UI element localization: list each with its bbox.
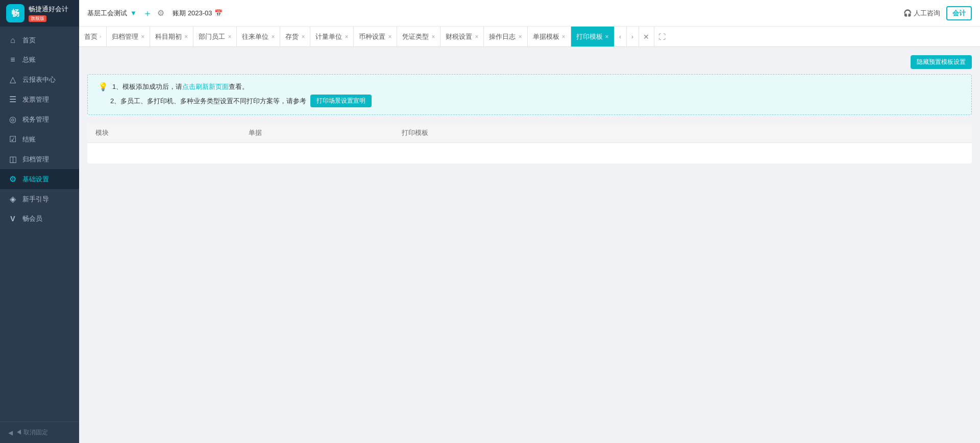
service-button[interactable]: 🎧 人工咨询 bbox=[903, 9, 940, 18]
tab-counterpart[interactable]: 往来单位 × bbox=[237, 27, 280, 47]
tab-archive-close[interactable]: × bbox=[141, 33, 144, 40]
sidebar-unpin[interactable]: ◀ ◀ 取消固定 bbox=[0, 422, 79, 443]
tab-unit-label: 计量单位 bbox=[315, 32, 342, 41]
tab-unit-close[interactable]: × bbox=[345, 33, 348, 40]
sidebar-item-guide[interactable]: ◈ 新手引导 bbox=[0, 189, 79, 209]
tab-doc-template-close[interactable]: × bbox=[562, 33, 566, 40]
logo-title: 畅捷通好会计 bbox=[29, 5, 68, 14]
data-table: 模块 单据 打印模板 bbox=[87, 123, 972, 164]
headset-icon: 🎧 bbox=[903, 9, 912, 17]
table-body bbox=[87, 143, 972, 164]
tabbar: 首页 › 归档管理 × 科目期初 × 部门员工 × 往来单位 × 存货 × 计量… bbox=[79, 27, 980, 47]
sidebar-item-tax[interactable]: ◎ 税务管理 bbox=[0, 109, 79, 129]
tab-inventory[interactable]: 存货 × bbox=[280, 27, 310, 47]
tab-voucher-type[interactable]: 凭证类型 × bbox=[397, 27, 440, 47]
main-area: 基层工会测试 ▼ ＋ ⚙ 账期 2023-03 📅 🎧 人工咨询 会计 首页 ›… bbox=[79, 0, 980, 443]
tab-doc-template-label: 单据模板 bbox=[533, 32, 559, 41]
add-company-button[interactable]: ＋ bbox=[143, 7, 152, 19]
action-bar: 隐藏预置模板设置 bbox=[87, 55, 972, 69]
sidebar-item-label: 基础设置 bbox=[22, 175, 49, 184]
tab-op-log-label: 操作日志 bbox=[489, 32, 516, 41]
tab-tax-setting-close[interactable]: × bbox=[475, 33, 478, 40]
tab-unit[interactable]: 计量单位 × bbox=[310, 27, 354, 47]
tab-op-log-close[interactable]: × bbox=[518, 33, 522, 40]
settings-gear-button[interactable]: ⚙ bbox=[157, 8, 164, 18]
tab-dept-staff-close[interactable]: × bbox=[228, 33, 231, 40]
tab-voucher-type-close[interactable]: × bbox=[431, 33, 435, 40]
tab-doc-template[interactable]: 单据模板 × bbox=[528, 27, 571, 47]
sidebar-item-label: 发票管理 bbox=[22, 95, 49, 104]
col-doc-header: 单据 bbox=[249, 128, 402, 137]
tab-currency[interactable]: 币种设置 × bbox=[354, 27, 397, 47]
invoice-icon: ☰ bbox=[8, 95, 17, 104]
tab-close-all-button[interactable]: ✕ bbox=[639, 27, 654, 47]
col-module-header: 模块 bbox=[95, 128, 249, 137]
sidebar-logo: 畅 畅捷通好会计 旗舰版 bbox=[0, 0, 79, 27]
explain-button[interactable]: 打印场景设置宣明 bbox=[310, 95, 372, 107]
guide-icon: ◈ bbox=[8, 194, 17, 204]
tab-print-template-label: 打印模板 bbox=[576, 32, 603, 41]
tab-print-template-close[interactable]: × bbox=[605, 33, 609, 40]
sidebar: 畅 畅捷通好会计 旗舰版 ⌂ 首页 ≡ 总账 △ 云报表中心 ☰ 发票管理 ◎ … bbox=[0, 0, 79, 443]
col-template-header: 打印模板 bbox=[402, 128, 964, 137]
sidebar-item-label: 结账 bbox=[22, 135, 36, 144]
archive-icon: ◫ bbox=[8, 154, 17, 164]
topbar-right: 🎧 人工咨询 会计 bbox=[903, 6, 972, 20]
tab-prev-button[interactable]: ‹ bbox=[615, 27, 627, 47]
tab-subject-init[interactable]: 科目期初 × bbox=[150, 27, 193, 47]
tab-dept-staff[interactable]: 部门员工 × bbox=[193, 27, 237, 47]
tab-subject-init-close[interactable]: × bbox=[184, 33, 188, 40]
tab-home[interactable]: 首页 › bbox=[79, 27, 107, 47]
accountant-button[interactable]: 会计 bbox=[946, 6, 972, 20]
tab-counterpart-label: 往来单位 bbox=[242, 32, 268, 41]
page-content: 隐藏预置模板设置 💡 1、模板添加成功后，请 点击刷新新页面 查看。 2、多员工… bbox=[79, 47, 980, 443]
settle-icon: ☑ bbox=[8, 134, 17, 144]
sidebar-item-label: 总账 bbox=[22, 55, 36, 64]
sidebar-item-member[interactable]: V 畅会员 bbox=[0, 209, 79, 228]
tab-archive-label: 归档管理 bbox=[112, 32, 138, 41]
sidebar-item-home[interactable]: ⌂ 首页 bbox=[0, 31, 79, 50]
tab-expand-button[interactable]: ⛶ bbox=[654, 27, 670, 47]
logo-icon: 畅 bbox=[6, 4, 24, 22]
info-line-2: 2、多员工、多打印机、多种业务类型设置不同打印方案等，请参考 打印场景设置宣明 bbox=[98, 95, 961, 107]
company-name: 基层工会测试 bbox=[87, 9, 127, 18]
tax-icon: ◎ bbox=[8, 114, 17, 124]
sidebar-item-label: 畅会员 bbox=[22, 214, 42, 223]
service-label: 人工咨询 bbox=[914, 9, 940, 18]
tab-tax-setting[interactable]: 财税设置 × bbox=[440, 27, 484, 47]
sidebar-item-label: 云报表中心 bbox=[22, 75, 56, 84]
sidebar-item-settle[interactable]: ☑ 结账 bbox=[0, 129, 79, 149]
info-line-1: 💡 1、模板添加成功后，请 点击刷新新页面 查看。 bbox=[98, 82, 961, 91]
sidebar-item-label: 归档管理 bbox=[22, 155, 49, 164]
sidebar-item-report[interactable]: △ 云报表中心 bbox=[0, 69, 79, 89]
tab-next-button[interactable]: › bbox=[627, 27, 639, 47]
tab-currency-close[interactable]: × bbox=[388, 33, 391, 40]
hide-setting-button[interactable]: 隐藏预置模板设置 bbox=[911, 55, 972, 69]
tab-voucher-type-label: 凭证类型 bbox=[402, 32, 429, 41]
sidebar-item-settings[interactable]: ⚙ 基础设置 bbox=[0, 169, 79, 189]
sidebar-item-invoice[interactable]: ☰ 发票管理 bbox=[0, 89, 79, 109]
info-text-1-suffix: 查看。 bbox=[229, 82, 249, 91]
tab-counterpart-close[interactable]: × bbox=[271, 33, 275, 40]
tab-op-log[interactable]: 操作日志 × bbox=[484, 27, 527, 47]
tab-inventory-close[interactable]: × bbox=[301, 33, 305, 40]
sidebar-item-ledger[interactable]: ≡ 总账 bbox=[0, 50, 79, 69]
refresh-link[interactable]: 点击刷新新页面 bbox=[182, 82, 229, 91]
home-icon: ⌂ bbox=[8, 36, 17, 45]
period-display: 账期 2023-03 📅 bbox=[173, 9, 223, 18]
table-header: 模块 单据 打印模板 bbox=[87, 123, 972, 143]
sidebar-item-archive[interactable]: ◫ 归档管理 bbox=[0, 149, 79, 169]
tab-archive[interactable]: 归档管理 × bbox=[107, 27, 150, 47]
tab-dept-staff-label: 部门员工 bbox=[199, 32, 225, 41]
tab-print-template[interactable]: 打印模板 × bbox=[571, 27, 615, 47]
tab-inventory-label: 存货 bbox=[285, 32, 299, 41]
topbar: 基层工会测试 ▼ ＋ ⚙ 账期 2023-03 📅 🎧 人工咨询 会计 bbox=[79, 0, 980, 27]
company-selector[interactable]: 基层工会测试 ▼ bbox=[87, 9, 137, 18]
unpin-icon: ◀ bbox=[8, 429, 13, 436]
report-icon: △ bbox=[8, 75, 17, 84]
bulb-icon: 💡 bbox=[98, 82, 108, 91]
calendar-icon[interactable]: 📅 bbox=[214, 9, 223, 17]
tab-tax-setting-label: 财税设置 bbox=[446, 32, 472, 41]
company-dropdown-arrow[interactable]: ▼ bbox=[130, 9, 137, 17]
period-value: 2023-03 bbox=[188, 9, 212, 17]
